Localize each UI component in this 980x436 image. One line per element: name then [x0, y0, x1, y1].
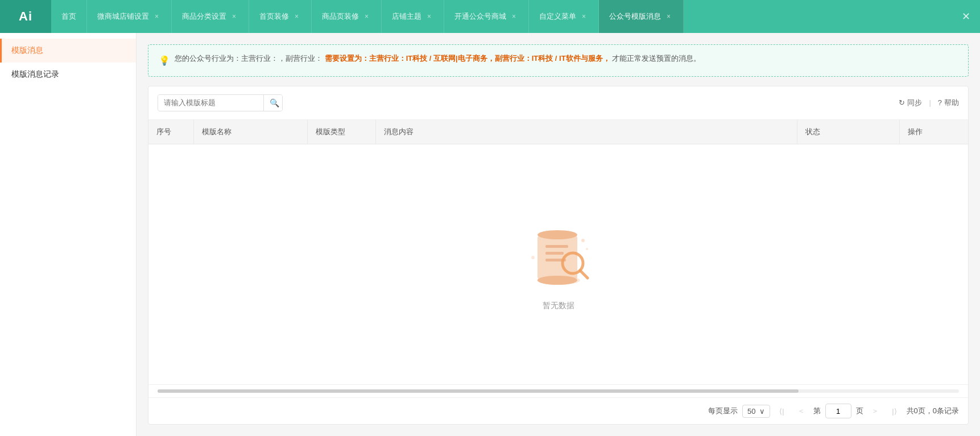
tab-close-shop-theme[interactable]: ×: [425, 11, 433, 22]
tab-label-template-msg: 公众号模版消息: [609, 11, 661, 22]
tab-label-shop-theme: 店铺主题: [392, 11, 421, 22]
tab-home[interactable]: 首页: [51, 0, 87, 33]
svg-line-8: [580, 271, 588, 278]
help-icon: ?: [938, 98, 942, 107]
col-content: 消息内容: [376, 120, 797, 144]
sidebar-item-template-msg-log[interactable]: 模版消息记录: [0, 63, 136, 86]
col-status: 状态: [797, 120, 900, 144]
search-button[interactable]: 🔍: [263, 95, 283, 111]
last-page-button[interactable]: |⟩: [887, 404, 902, 418]
page-size-chevron-icon: ∨: [759, 407, 765, 416]
topbar: Ai 首页微商城店铺设置×商品分类设置×首页装修×商品页装修×店铺主题×开通公众…: [0, 0, 980, 33]
search-input[interactable]: [158, 95, 263, 110]
notice-prefix: 您的公众号行业为：主营行业：，副营行业：: [175, 54, 322, 63]
svg-point-3: [537, 276, 577, 285]
main-layout: 模版消息模版消息记录 💡 您的公众号行业为：主营行业：，副营行业： 需要设置为：…: [0, 33, 980, 436]
content-area: 💡 您的公众号行业为：主营行业：，副营行业： 需要设置为：主营行业：IT科技 /…: [137, 33, 980, 436]
tab-label-homepage-decor: 首页装修: [259, 11, 289, 22]
col-index: 序号: [148, 120, 194, 144]
sidebar-label-template-msg-log: 模版消息记录: [11, 69, 59, 78]
help-button[interactable]: ? 帮助: [938, 98, 959, 108]
tab-label-custom-menu: 自定义菜单: [539, 11, 576, 22]
tab-label-home: 首页: [61, 11, 76, 22]
svg-point-2: [537, 230, 577, 239]
tab-open-mall[interactable]: 开通公众号商城×: [444, 0, 529, 33]
tab-weshop-settings[interactable]: 微商城店铺设置×: [87, 0, 172, 33]
tab-homepage-decor[interactable]: 首页装修×: [249, 0, 312, 33]
tab-close-homepage-decor[interactable]: ×: [292, 11, 301, 22]
next-page-button[interactable]: ＞: [868, 404, 883, 418]
divider: |: [929, 98, 931, 107]
tab-custom-menu[interactable]: 自定义菜单×: [529, 0, 599, 33]
notice-highlight: 需要设置为：主营行业：IT科技 / 互联网|电子商务，副营行业：IT科技 / I…: [325, 54, 610, 63]
tab-product-category[interactable]: 商品分类设置×: [172, 0, 249, 33]
sync-label: 同步: [907, 98, 922, 108]
page-suffix: 页: [856, 406, 863, 416]
col-name: 模版名称: [194, 120, 308, 144]
svg-point-10: [586, 248, 588, 250]
col-actions: 操作: [900, 120, 968, 144]
tab-label-open-mall: 开通公众号商城: [454, 11, 506, 22]
search-actions: ↻ 同步 | ? 帮助: [899, 98, 959, 108]
svg-rect-4: [545, 245, 568, 248]
tab-close-open-mall[interactable]: ×: [510, 11, 518, 22]
help-label: 帮助: [944, 98, 959, 108]
tab-label-product-category: 商品分类设置: [182, 11, 226, 22]
tab-close-product-category[interactable]: ×: [230, 11, 238, 22]
tab-close-custom-menu[interactable]: ×: [580, 11, 588, 22]
svg-rect-5: [545, 252, 564, 255]
tab-product-page-decor[interactable]: 商品页装修×: [312, 0, 382, 33]
sync-icon: ↻: [899, 98, 905, 107]
page-size-select[interactable]: 50 ∨: [742, 405, 770, 418]
notice-icon: 💡: [159, 53, 170, 68]
empty-text: 暂无数据: [543, 301, 574, 311]
tab-list: 首页微商城店铺设置×商品分类设置×首页装修×商品页装修×店铺主题×开通公众号商城…: [51, 0, 952, 33]
tab-close-product-page-decor[interactable]: ×: [362, 11, 371, 22]
notice-suffix: 才能正常发送预置的消息。: [612, 54, 701, 63]
page-total: 共0页，0条记录: [907, 406, 959, 416]
empty-state: 暂无数据: [148, 144, 968, 384]
page-size-value: 50: [747, 407, 755, 416]
svg-point-11: [531, 256, 535, 259]
horizontal-scrollbar[interactable]: [148, 384, 968, 397]
pagination: 每页显示 50 ∨ ⟨| ＜ 第 页 ＞ |⟩ 共0页，0条记录: [148, 397, 968, 424]
page-prefix: 第: [813, 406, 821, 416]
col-type: 模版类型: [308, 120, 376, 144]
table-header: 序号 模版名称 模版类型 消息内容 状态 操作: [148, 120, 968, 144]
empty-illustration: [522, 218, 596, 292]
first-page-button[interactable]: ⟨|: [775, 404, 789, 418]
search-bar: 🔍 ↻ 同步 | ? 帮助: [148, 86, 968, 120]
tab-shop-theme[interactable]: 店铺主题×: [382, 0, 444, 33]
table-section: 🔍 ↻ 同步 | ? 帮助 序号 模版名称 模版: [148, 86, 969, 425]
page-number-input[interactable]: [825, 404, 851, 418]
svg-point-9: [581, 239, 585, 242]
tab-label-product-page-decor: 商品页装修: [322, 11, 359, 22]
search-field-wrapper: 🔍: [158, 94, 283, 111]
sidebar-item-template-msg[interactable]: 模版消息: [0, 39, 136, 63]
logo: Ai: [0, 0, 51, 33]
tab-label-weshop-settings: 微商城店铺设置: [97, 11, 149, 22]
tab-close-weshop-settings[interactable]: ×: [152, 11, 161, 22]
tab-template-msg[interactable]: 公众号模版消息×: [599, 0, 684, 33]
prev-page-button[interactable]: ＜: [794, 404, 809, 418]
window-close-button[interactable]: ✕: [952, 0, 980, 33]
tab-close-template-msg[interactable]: ×: [664, 11, 673, 22]
sidebar-label-template-msg: 模版消息: [11, 45, 43, 55]
notice-box: 💡 您的公众号行业为：主营行业：，副营行业： 需要设置为：主营行业：IT科技 /…: [148, 44, 969, 77]
sync-button[interactable]: ↻ 同步: [899, 98, 922, 108]
page-size-label: 每页显示: [708, 406, 738, 416]
sidebar: 模版消息模版消息记录: [0, 33, 137, 436]
